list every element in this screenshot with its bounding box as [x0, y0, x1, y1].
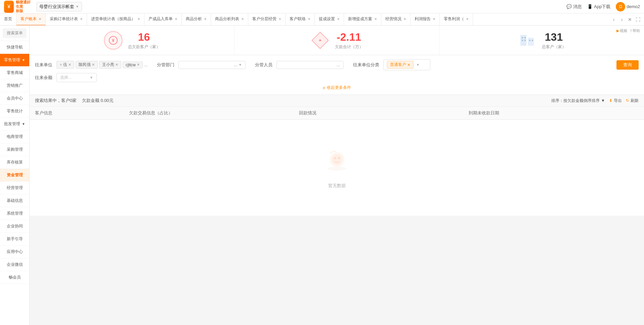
query-button[interactable]: 查询: [616, 60, 639, 70]
sidebar-item-retail-stats[interactable]: 零售统计: [0, 105, 29, 118]
tab-goods-analysis-list[interactable]: 商品分析列表 ✕: [211, 13, 248, 26]
sidebar-item-ecommerce[interactable]: 电商管理: [0, 131, 29, 143]
tab-purchase-order[interactable]: 采购订单统计表 ✕: [46, 13, 87, 26]
tab-scroll-actions: ‹ › ✕ ⛶: [608, 16, 644, 23]
summary-card-amount: ✦ -2.11 欠款合计（万）: [234, 26, 439, 55]
play-icon: ▶: [616, 29, 619, 33]
sidebar-item-retail-mgmt[interactable]: 零售管理 ▼: [0, 54, 29, 67]
sidebar-item-membership[interactable]: 畅会员: [0, 271, 29, 284]
result-bar: 搜索结果中，客户0家 欠款金额 0.00元 排序：按欠款金额倒序排序 ▼ ⬇ 导…: [30, 95, 644, 107]
tab-close-operations[interactable]: ✕: [403, 17, 406, 21]
svg-point-17: [338, 157, 340, 159]
tab-scroll-left[interactable]: ‹: [610, 16, 617, 23]
filter-tag-wu: ✕ 伍 ✕: [56, 61, 74, 69]
sidebar-item-enterprise[interactable]: 企业协同: [0, 220, 29, 233]
sidebar-item-system[interactable]: 系统管理: [0, 207, 29, 220]
tab-close-production[interactable]: ✕: [175, 17, 177, 21]
refresh-icon: ↻: [626, 98, 629, 103]
total-debt-amount-label: 欠款合计（万）: [335, 44, 363, 50]
sidebar-item-enterprise-wechat[interactable]: 企业微信: [0, 258, 29, 271]
tab-close-retail-profit[interactable]: ✕: [466, 17, 469, 21]
sidebar-item-quick-nav[interactable]: 快捷导航: [0, 41, 29, 54]
empty-text: 暂无数据: [328, 183, 346, 189]
collapse-button[interactable]: ∧ 收起更多条件: [323, 85, 351, 91]
app-download-button[interactable]: 📱 App下载: [587, 4, 610, 10]
sidebar-item-inventory[interactable]: 库存核算: [0, 156, 29, 169]
dept-more-icon[interactable]: ...: [234, 63, 237, 67]
card-icon-total: [518, 31, 536, 50]
tab-promotion-settings[interactable]: 提成设置 ✕: [315, 13, 344, 26]
summary-cards: ¥ 16 总欠款客户（家） ✦: [30, 26, 644, 55]
collapse-row: ∧ 收起更多条件: [35, 85, 639, 91]
sidebar-item-finance[interactable]: 资金管理: [0, 169, 29, 182]
total-customers-label: 总客户（家）: [542, 44, 566, 50]
remove-cjttcw-tag[interactable]: ✕: [137, 63, 140, 67]
sidebar-item-basic-info[interactable]: 基础信息: [0, 194, 29, 207]
tab-close-new-promotion[interactable]: ✕: [374, 17, 377, 21]
svg-rect-11: [529, 40, 530, 41]
sidebar-item-marketing[interactable]: 营销推广: [0, 79, 29, 92]
search-menu-button[interactable]: 搜索菜单: [3, 28, 27, 38]
user-menu[interactable]: D demo2: [616, 2, 640, 11]
sidebar-item-new-user[interactable]: 新手引导: [0, 233, 29, 246]
tab-close-promotion-settings[interactable]: ✕: [337, 17, 340, 21]
remove-chen-tag[interactable]: ✕: [92, 63, 95, 67]
tab-production[interactable]: 产成品入库单 ✕: [144, 13, 182, 26]
tab-home[interactable]: 首页: [0, 13, 16, 26]
tab-close-goods-analysis[interactable]: ✕: [204, 17, 207, 21]
tab-close-all[interactable]: ✕: [627, 16, 633, 23]
sidebar-item-purchase[interactable]: 采购管理: [0, 143, 29, 156]
message-icon: 💬: [566, 4, 572, 9]
message-button[interactable]: 💬 消息: [566, 4, 582, 10]
tab-goods-analysis[interactable]: 商品分析 ✕: [182, 13, 211, 26]
svg-rect-8: [524, 37, 526, 38]
tab-close-goods-analysis-list[interactable]: ✕: [241, 17, 244, 21]
store-selector[interactable]: 母婴行业演示帐套 ▼: [36, 2, 82, 11]
person-more-icon[interactable]: ...: [337, 63, 340, 67]
unit-category-label: 往来单位分类: [353, 62, 379, 68]
svg-text:✦: ✦: [318, 38, 322, 43]
refresh-button[interactable]: ↻ 刷新: [626, 98, 639, 104]
sidebar-item-member-center[interactable]: 会员中心: [0, 92, 29, 105]
video-link[interactable]: ▶ 视频: [616, 28, 627, 33]
remove-wang-tag[interactable]: ✕: [115, 63, 118, 67]
tab-profit-report[interactable]: 利润报告 ✕: [411, 13, 440, 26]
main-layout: 搜索菜单 快捷导航 零售管理 ▼ 零售商城 营销推广 会员中心 零售统计 批发管…: [0, 26, 644, 325]
tab-customer-tier[interactable]: 客户分层经营 ✕: [248, 13, 286, 26]
topbar-left: ¥ 畅捷通好生意 标版 母婴行业演示帐套 ▼: [4, 0, 82, 13]
sort-selector[interactable]: 排序：按欠款金额倒序排序 ▼: [551, 98, 605, 104]
unit-category-select[interactable]: 普通客户 ✕ ▼: [383, 59, 430, 70]
balance-label: 往来余额: [35, 75, 52, 81]
sidebar-item-retail-mall[interactable]: 零售商城: [0, 67, 29, 79]
filters-area: 往来单位 ✕ 伍 ✕ 陈民强 ✕ 王小亮 ✕: [30, 55, 644, 95]
svg-point-13: [328, 167, 346, 171]
tab-close-inbound-stats[interactable]: ✕: [137, 17, 140, 21]
tab-close-customer-contact[interactable]: ✕: [308, 17, 310, 21]
export-button[interactable]: ⬇ 导出: [609, 98, 622, 104]
tab-new-promotion[interactable]: 新增提成方案 ✕: [344, 13, 381, 26]
tab-fullscreen[interactable]: ⛶: [635, 16, 641, 23]
category-chevron-icon: ▼: [416, 63, 420, 67]
tab-operations[interactable]: 经营情况 ✕: [381, 13, 411, 26]
balance-select[interactable]: 选择... ▼: [56, 73, 97, 82]
tab-close-customer-tier[interactable]: ✕: [278, 17, 281, 21]
tab-close-purchase-order[interactable]: ✕: [80, 17, 83, 21]
filter-row-1: 往来单位 ✕ 伍 ✕ 陈民强 ✕ 王小亮 ✕: [35, 59, 639, 70]
tab-customer-contact[interactable]: 客户联络 ✕: [286, 13, 315, 26]
sidebar-item-wholesale-mgmt[interactable]: 批发管理 ▼: [0, 118, 29, 131]
filter-more-units[interactable]: ...: [144, 63, 147, 67]
person-select[interactable]: ...: [276, 61, 344, 69]
tab-accounts[interactable]: 客户账本 ✕: [16, 13, 46, 26]
tab-close-accounts[interactable]: ✕: [39, 17, 41, 21]
remove-wu-tag[interactable]: ✕: [68, 63, 71, 67]
dept-select[interactable]: ... ▼: [178, 61, 246, 69]
tab-retail-profit[interactable]: 零售利润（ ✕: [440, 13, 473, 26]
remove-category-tag[interactable]: ✕: [407, 63, 411, 67]
sidebar-item-app-center[interactable]: 应用中心: [0, 246, 29, 258]
filter-row-2: 往来余额 选择... ▼: [35, 73, 639, 82]
tab-inbound-stats[interactable]: 进货单统计表（按商品） ✕: [87, 13, 144, 26]
help-link[interactable]: ? 帮助: [630, 28, 640, 33]
sidebar-item-operations-mgmt[interactable]: 经营管理: [0, 182, 29, 194]
tab-close-profit-report[interactable]: ✕: [433, 17, 435, 21]
tab-scroll-right[interactable]: ›: [618, 16, 625, 23]
